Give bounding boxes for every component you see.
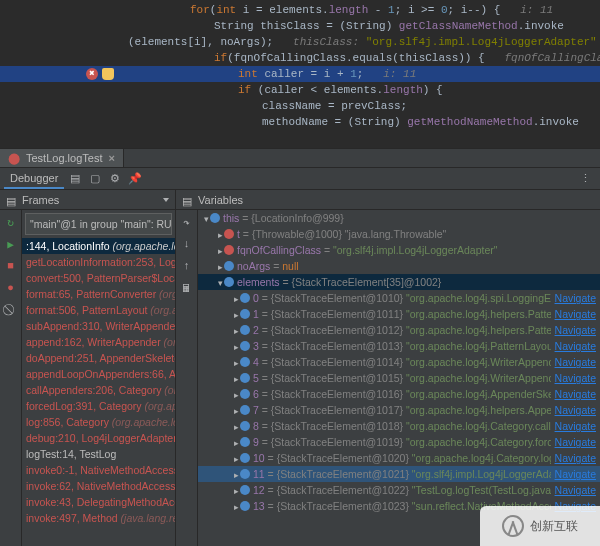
- mute-breakpoints-icon[interactable]: ⃠: [3, 302, 19, 318]
- frame-row[interactable]: format:65, PatternConverter (org.apache.…: [22, 286, 175, 302]
- frame-row[interactable]: callAppenders:206, Category (org.apache.…: [22, 382, 175, 398]
- expand-icon[interactable]: [232, 386, 240, 402]
- frame-row[interactable]: invoke:497, Method (java.lang.reflect): [22, 510, 175, 526]
- step-out-icon[interactable]: ↑: [179, 258, 195, 274]
- restore-layout-icon[interactable]: ▢: [86, 170, 104, 188]
- frame-row[interactable]: logTest:14, TestLog: [22, 446, 175, 462]
- chevron-down-icon[interactable]: [163, 198, 169, 202]
- frame-row[interactable]: appendLoopOnAppenders:66, AppenderAttach…: [22, 366, 175, 382]
- variable-row[interactable]: t = {Throwable@1000} "java.lang.Throwabl…: [198, 226, 600, 242]
- code-line[interactable]: methodName = (String) getMethodNameMetho…: [0, 114, 600, 130]
- navigate-link[interactable]: Navigate: [555, 402, 596, 418]
- code-editor[interactable]: for(int i = elements.length - 1; i >= 0;…: [0, 0, 600, 148]
- expand-icon[interactable]: [232, 306, 240, 322]
- navigate-link[interactable]: Navigate: [555, 434, 596, 450]
- expand-icon[interactable]: [232, 418, 240, 434]
- code-line[interactable]: if (caller < elements.length) {: [0, 82, 600, 98]
- array-element-row[interactable]: 10 = {StackTraceElement@1020} "org.apach…: [198, 450, 600, 466]
- code-line[interactable]: String thisClass = (String) getClassName…: [0, 18, 600, 34]
- navigate-link[interactable]: Navigate: [555, 354, 596, 370]
- array-element-row[interactable]: 5 = {StackTraceElement@1015} "org.apache…: [198, 370, 600, 386]
- navigate-link[interactable]: Navigate: [555, 322, 596, 338]
- frame-row[interactable]: append:162, WriterAppender (org.apache.l…: [22, 334, 175, 350]
- expand-icon[interactable]: [232, 322, 240, 338]
- array-element-row[interactable]: 0 = {StackTraceElement@1010} "org.apache…: [198, 290, 600, 306]
- array-element-row[interactable]: 11 = {StackTraceElement@1021} "org.slf4j…: [198, 466, 600, 482]
- settings-icon[interactable]: ⚙: [106, 170, 124, 188]
- navigate-link[interactable]: Navigate: [555, 338, 596, 354]
- resume-icon[interactable]: ▶: [3, 236, 19, 252]
- expand-icon[interactable]: [232, 338, 240, 354]
- variable-row[interactable]: this = {LocationInfo@999}: [198, 210, 600, 226]
- frame-row[interactable]: subAppend:310, WriterAppender (org.apach…: [22, 318, 175, 334]
- frame-row[interactable]: invoke:43, DelegatingMethodAccessorImpl …: [22, 494, 175, 510]
- expand-icon[interactable]: [232, 482, 240, 498]
- array-element-row[interactable]: 1 = {StackTraceElement@1011} "org.apache…: [198, 306, 600, 322]
- rerun-icon[interactable]: ↻: [3, 214, 19, 230]
- array-element-row[interactable]: 4 = {StackTraceElement@1014} "org.apache…: [198, 354, 600, 370]
- array-element-row[interactable]: 2 = {StackTraceElement@1012} "org.apache…: [198, 322, 600, 338]
- expand-icon[interactable]: [232, 466, 240, 482]
- code-line[interactable]: ✖int caller = i + 1; i: 11: [0, 66, 600, 82]
- debug-session-tab[interactable]: ⬤ TestLog.logTest ×: [0, 149, 124, 167]
- step-into-icon[interactable]: ↓: [179, 236, 195, 252]
- variable-row[interactable]: noArgs = null: [198, 258, 600, 274]
- code-line[interactable]: if(fqnOfCallingClass.equals(thisClass)) …: [0, 50, 600, 66]
- evaluate-icon[interactable]: 🖩: [179, 280, 195, 296]
- variables-panel[interactable]: this = {LocationInfo@999}t = {Throwable@…: [198, 210, 600, 546]
- expand-icon[interactable]: [232, 450, 240, 466]
- array-element-row[interactable]: 3 = {StackTraceElement@1013} "org.apache…: [198, 338, 600, 354]
- navigate-link[interactable]: Navigate: [555, 290, 596, 306]
- code-line[interactable]: for(int i = elements.length - 1; i >= 0;…: [0, 2, 600, 18]
- expand-icon[interactable]: [232, 370, 240, 386]
- frame-row[interactable]: forcedLog:391, Category (org.apache.log4…: [22, 398, 175, 414]
- navigate-link[interactable]: Navigate: [555, 466, 596, 482]
- expand-icon[interactable]: [216, 274, 224, 290]
- expand-icon[interactable]: [232, 402, 240, 418]
- navigate-link[interactable]: Navigate: [555, 306, 596, 322]
- expand-icon[interactable]: [232, 498, 240, 514]
- navigate-link[interactable]: Navigate: [555, 386, 596, 402]
- code-line[interactable]: (elements[i], noArgs); thisClass: "org.s…: [0, 34, 600, 50]
- expand-icon[interactable]: [232, 434, 240, 450]
- expand-icon[interactable]: [216, 226, 224, 242]
- expand-icon[interactable]: [216, 258, 224, 274]
- navigate-link[interactable]: Navigate: [555, 370, 596, 386]
- debugger-tab[interactable]: Debugger: [4, 168, 64, 189]
- frame-row[interactable]: format:506, PatternLayout (org.apache.lo…: [22, 302, 175, 318]
- threads-icon[interactable]: ▤: [66, 170, 84, 188]
- code-line[interactable]: className = prevClass;: [0, 98, 600, 114]
- pin-icon[interactable]: 📌: [126, 170, 144, 188]
- array-element-row[interactable]: 7 = {StackTraceElement@1017} "org.apache…: [198, 402, 600, 418]
- view-breakpoints-icon[interactable]: ●: [3, 280, 19, 296]
- step-over-icon[interactable]: ↷: [179, 214, 195, 230]
- variable-row[interactable]: elements = {StackTraceElement[35]@1002}: [198, 274, 600, 290]
- frame-row[interactable]: doAppend:251, AppenderSkeleton (org.apac…: [22, 350, 175, 366]
- more-icon[interactable]: ⋮: [576, 170, 594, 188]
- frame-row[interactable]: log:856, Category (org.apache.log4j): [22, 414, 175, 430]
- variable-row[interactable]: fqnOfCallingClass = "org.slf4j.impl.Log4…: [198, 242, 600, 258]
- expand-icon[interactable]: [232, 290, 240, 306]
- array-element-row[interactable]: 12 = {StackTraceElement@1022} "TestLog.l…: [198, 482, 600, 498]
- frame-row[interactable]: invoke0:-1, NativeMethodAccessorImpl (su…: [22, 462, 175, 478]
- frame-row[interactable]: convert:500, PatternParser$LocationPatte…: [22, 270, 175, 286]
- expand-icon[interactable]: [216, 242, 224, 258]
- array-element-row[interactable]: 6 = {StackTraceElement@1016} "org.apache…: [198, 386, 600, 402]
- frame-row[interactable]: :144, LocationInfo (org.apache.log4j.spi…: [22, 238, 175, 254]
- stop-icon[interactable]: ■: [3, 258, 19, 274]
- frames-panel[interactable]: "main"@1 in group "main": RU… :144, Loca…: [22, 210, 176, 546]
- thread-selector[interactable]: "main"@1 in group "main": RU…: [25, 213, 172, 235]
- frame-row[interactable]: debug:210, Log4jLoggerAdapter (org.slf4j…: [22, 430, 175, 446]
- bulb-icon[interactable]: [102, 68, 114, 80]
- array-element-row[interactable]: 8 = {StackTraceElement@1018} "org.apache…: [198, 418, 600, 434]
- navigate-link[interactable]: Navigate: [555, 418, 596, 434]
- var-kind-icon: [240, 389, 250, 399]
- expand-icon[interactable]: [232, 354, 240, 370]
- navigate-link[interactable]: Navigate: [555, 450, 596, 466]
- navigate-link[interactable]: Navigate: [555, 482, 596, 498]
- expand-icon[interactable]: [202, 210, 210, 226]
- frame-row[interactable]: getLocationInformation:253, LoggingEvent…: [22, 254, 175, 270]
- frame-row[interactable]: invoke:62, NativeMethodAccessorImpl (sun…: [22, 478, 175, 494]
- close-icon[interactable]: ×: [108, 152, 114, 164]
- array-element-row[interactable]: 9 = {StackTraceElement@1019} "org.apache…: [198, 434, 600, 450]
